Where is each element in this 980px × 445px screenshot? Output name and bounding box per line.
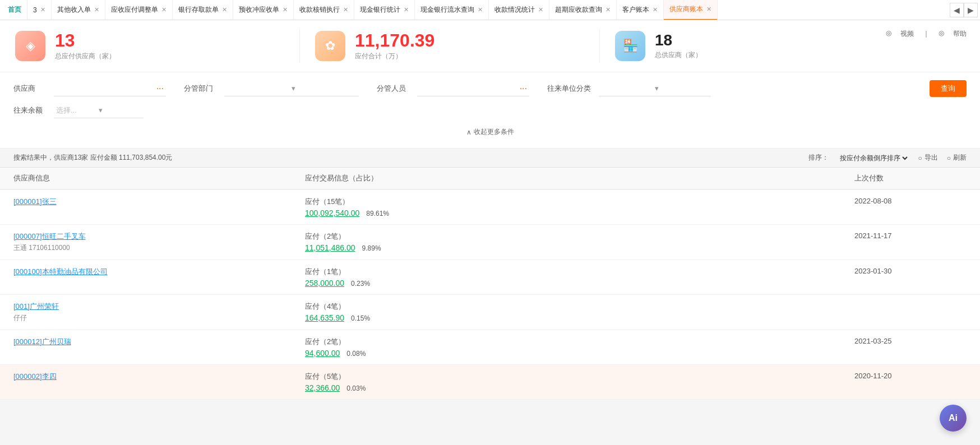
overdue-close-icon[interactable]: ✕ — [605, 6, 611, 13]
nav-pre-collect[interactable]: 预收冲应收单 ✕ — [233, 0, 294, 20]
trans-label-5: 应付（2笔） — [305, 337, 854, 347]
nav-cash-stat[interactable]: 现金银行统计 ✕ — [354, 0, 415, 20]
pre-collect-close-icon[interactable]: ✕ — [283, 6, 288, 13]
nav-prev-arrow[interactable]: ◀ — [950, 3, 964, 17]
trans-amount-6[interactable]: 32,366.00 — [305, 383, 340, 392]
nav-customer-book[interactable]: 客户账本 ✕ — [617, 0, 664, 20]
nav-tab3[interactable]: 3 ✕ — [27, 0, 52, 20]
supplier-dots-icon[interactable]: ··· — [156, 84, 164, 94]
collect-stat-close-icon[interactable]: ✕ — [538, 6, 543, 13]
nav-supplier-book[interactable]: 供应商账本 ✕ — [664, 0, 718, 20]
circle-icon2: ◎ — [939, 29, 944, 37]
transaction-info-6: 应付（5笔） 32,366.00 0.03% — [305, 372, 854, 392]
supplier-link-1[interactable]: [000001]张三 — [13, 197, 305, 207]
trans-row-2: 11,051,486.00 9.89% — [305, 243, 854, 252]
flower-icon: ✿ — [315, 31, 345, 61]
supplier-link-4[interactable]: [001]广州荣轩 — [13, 302, 305, 312]
search-button[interactable]: 查询 — [930, 80, 967, 97]
supplier-book-label: 供应商账本 — [669, 4, 703, 14]
supplier-info-3: [000100]本特勤油品有限公司 — [13, 267, 305, 277]
filter-row-2: 往来余额 选择... ▾ — [13, 103, 967, 118]
supplier-book-close-icon[interactable]: ✕ — [706, 6, 711, 13]
supplier-info-6: [000002]李四 — [13, 372, 305, 382]
person-dots-icon[interactable]: ··· — [520, 84, 527, 94]
verify-close-icon[interactable]: ✕ — [343, 6, 348, 13]
cash-flow-label: 现金银行流水查询 — [420, 5, 474, 15]
supplier-link-5[interactable]: [000012]广州贝瑞 — [13, 337, 305, 347]
payable-suppliers-icon: ◈ — [13, 29, 47, 63]
balance-filter-select[interactable]: 选择... ▾ — [54, 103, 144, 118]
transaction-info-3: 应付（1笔） 258,000.00 0.23% — [305, 267, 854, 288]
payable-total-icon: ✿ — [313, 29, 347, 63]
supplier-link-3[interactable]: [000100]本特勤油品有限公司 — [13, 267, 305, 277]
trans-percent-2: 9.89% — [362, 244, 381, 252]
payable-suppliers-info: 13 总应付供应商（家） — [55, 31, 115, 61]
person-filter-label: 分管人员 — [377, 84, 410, 94]
trans-percent-6: 0.03% — [346, 384, 366, 392]
supplier-filter-label: 供应商 — [13, 84, 47, 94]
trans-percent-3: 0.23% — [351, 280, 370, 288]
balance-chevron-icon[interactable]: ▾ — [99, 106, 141, 114]
supplier-info-2: [000007]恒旺二手叉车 王通 17106110000 — [13, 231, 305, 253]
cash-flow-close-icon[interactable]: ✕ — [478, 6, 483, 13]
nav-cash-flow[interactable]: 现金银行流水查询 ✕ — [415, 0, 489, 20]
trans-amount-5[interactable]: 94,600.00 — [305, 349, 340, 358]
cash-stat-close-icon[interactable]: ✕ — [404, 6, 409, 13]
category-chevron-icon[interactable]: ▾ — [655, 84, 709, 92]
supplier-filter-input[interactable]: ··· — [54, 81, 166, 96]
trans-label-4: 应付（4笔） — [305, 302, 854, 312]
last-pay-3: 2023-01-30 — [854, 267, 967, 275]
nav-bar: 首页 3 ✕ 其他收入单 ✕ 应收应付调整单 ✕ 银行存取款单 ✕ 预收冲应收单… — [0, 0, 980, 20]
stat-payable-suppliers: ◈ 13 总应付供应商（家） — [13, 29, 286, 63]
payable-suppliers-label: 总应付供应商（家） — [55, 52, 115, 61]
trans-amount-2[interactable]: 11,051,486.00 — [305, 243, 355, 252]
nav-overdue[interactable]: 超期应收款查询 ✕ — [549, 0, 617, 20]
trans-amount-4[interactable]: 164,635.90 — [305, 313, 344, 322]
export-button[interactable]: ○ 导出 — [918, 153, 938, 163]
trans-row-6: 32,366.00 0.03% — [305, 383, 854, 392]
nav-adjust[interactable]: 应收应付调整单 ✕ — [105, 0, 173, 20]
trans-amount-3[interactable]: 258,000.00 — [305, 279, 344, 288]
nav-verify[interactable]: 收款核销执行 ✕ — [294, 0, 354, 20]
help-link[interactable]: 帮助 — [953, 29, 967, 39]
last-pay-2: 2021-11-17 — [854, 231, 967, 240]
stat-total-suppliers: 🏪 18 总供应商（家） — [613, 29, 886, 63]
sort-select[interactable]: 按应付余额倒序排序 — [838, 154, 909, 163]
collapse-button[interactable]: ∧ 收起更多条件 — [13, 124, 967, 140]
refresh-button[interactable]: ○ 刷新 — [947, 153, 967, 163]
refresh-icon: ○ — [947, 154, 951, 162]
table-row: [000002]李四 应付（5笔） 32,366.00 0.03% 2020-1… — [0, 365, 980, 400]
table-row: [000007]恒旺二手叉车 王通 17106110000 应付（2笔） 11,… — [0, 225, 980, 260]
table-container: 供应商信息 应付交易信息（占比） 上次付数 [000001]张三 应付（15笔）… — [0, 168, 980, 400]
supplier-link-2[interactable]: [000007]恒旺二手叉车 — [13, 231, 305, 242]
transaction-info-2: 应付（2笔） 11,051,486.00 9.89% — [305, 231, 854, 252]
table-row: [001]广州荣轩 仔仔 应付（4笔） 164,635.90 0.15% — [0, 295, 980, 330]
supplier-input-field[interactable] — [56, 84, 156, 92]
nav-next-arrow[interactable]: ▶ — [964, 3, 978, 17]
trans-percent-4: 0.15% — [351, 314, 370, 322]
nav-home[interactable]: 首页 — [2, 0, 27, 20]
bank-close-icon[interactable]: ✕ — [222, 6, 227, 13]
total-suppliers-label: 总供应商（家） — [655, 50, 702, 60]
supplier-link-6[interactable]: [000002]李四 — [13, 372, 305, 382]
dept-filter-select[interactable]: ▾ — [224, 81, 359, 96]
nav-other-income[interactable]: 其他收入单 ✕ — [52, 0, 105, 20]
nav-collect-stat[interactable]: 收款情况统计 ✕ — [489, 0, 549, 20]
last-pay-5: 2021-03-25 — [854, 337, 967, 345]
supplier-sub-4: 仔仔 — [13, 313, 305, 323]
transaction-info-1: 应付（15笔） 100,092,540.00 89.61% — [305, 197, 854, 217]
customer-book-close-icon[interactable]: ✕ — [653, 6, 658, 13]
video-link[interactable]: 视频 — [900, 29, 914, 39]
payable-suppliers-count: 13 — [55, 31, 115, 49]
dept-chevron-icon[interactable]: ▾ — [292, 84, 357, 92]
category-filter-select[interactable]: ▾ — [599, 81, 711, 96]
adjust-close-icon[interactable]: ✕ — [161, 6, 167, 13]
sort-prefix: 排序： — [808, 153, 829, 163]
person-filter-input[interactable]: ··· — [417, 81, 529, 96]
other-income-close-icon[interactable]: ✕ — [94, 6, 99, 13]
trans-amount-1[interactable]: 100,092,540.00 — [305, 208, 359, 217]
person-input-field[interactable] — [419, 84, 520, 92]
nav-bank[interactable]: 银行存取款单 ✕ — [173, 0, 233, 20]
customer-book-label: 客户账本 — [622, 5, 649, 15]
tab3-close-icon[interactable]: ✕ — [40, 6, 45, 13]
